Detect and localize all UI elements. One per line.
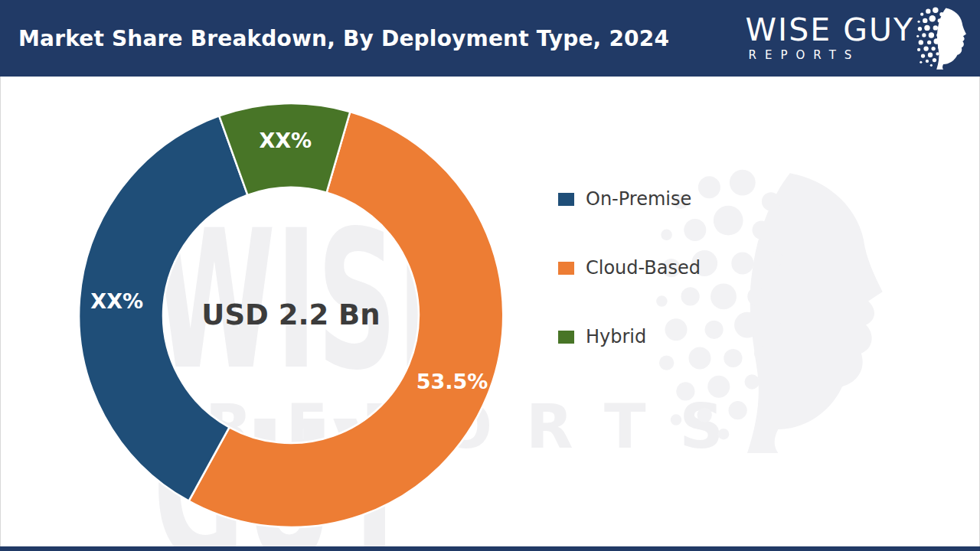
brand-logo-sub: REPORTS [749,48,914,62]
page: Market Share Breakdown, By Deployment Ty… [0,0,980,551]
legend-label: Hybrid [586,326,646,347]
brand-logo: WISE GUY REPORTS [746,7,968,70]
page-title: Market Share Breakdown, By Deployment Ty… [18,26,669,51]
slice-label-on-premise: XX% [90,289,143,313]
donut-chart: 53.5%XX%XX%USD 2.2 Bn [0,0,980,551]
legend-swatch [558,331,574,344]
legend-label: On-Premise [586,188,691,210]
slice-label-cloud-based: 53.5% [416,370,488,393]
slice-label-hybrid: XX% [259,129,312,152]
brand-head-icon [916,7,968,70]
footer-bar [0,546,980,551]
legend-label: Cloud-Based [586,257,701,279]
header-bar: Market Share Breakdown, By Deployment Ty… [0,0,980,77]
legend-item-on-premise[interactable]: On-Premise [558,189,701,209]
legend-swatch [558,262,574,275]
legend-swatch [558,193,574,206]
chart-legend: On-PremiseCloud-BasedHybrid [558,189,701,396]
donut-center-value: USD 2.2 Bn [201,298,380,331]
brand-logo-main: WISE GUY [746,15,914,46]
legend-item-hybrid[interactable]: Hybrid [558,327,701,347]
brand-logo-text: WISE GUY REPORTS [746,15,914,62]
legend-item-cloud-based[interactable]: Cloud-Based [558,258,701,278]
